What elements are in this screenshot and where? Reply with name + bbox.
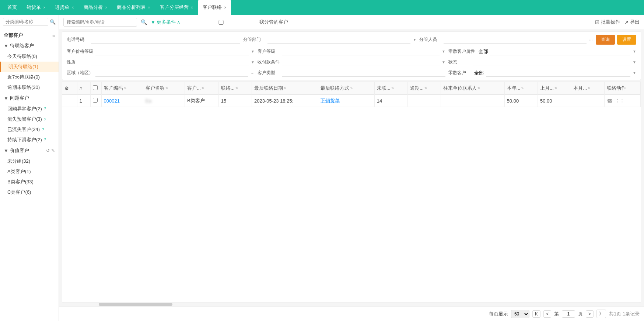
pending-group-header[interactable]: ▼ 待联络客户	[0, 40, 59, 51]
price-grade-dropdown-icon[interactable]: ▼	[251, 49, 255, 54]
main-search-input[interactable]	[63, 18, 137, 27]
retail-attr-dropdown-icon[interactable]: ▼	[633, 49, 636, 54]
retail-attr-input[interactable]	[490, 48, 630, 55]
problem-group-header[interactable]: ▼ 问题客户	[0, 93, 59, 104]
status-input[interactable]	[473, 58, 630, 66]
th-last-contact-method[interactable]: 最后联络方式 ⇅	[318, 82, 375, 95]
query-button[interactable]: 查询	[596, 35, 615, 45]
close-sales-tab[interactable]: ×	[43, 5, 45, 10]
nature-dropdown-icon[interactable]: ▼	[251, 60, 255, 64]
row-checkbox[interactable]	[93, 98, 98, 103]
sidebar-item-today[interactable]: 今天待联络(0)	[0, 51, 59, 62]
sidebar-item-repurchase[interactable]: 回购异常客户(2) ?	[0, 104, 59, 114]
close-customer-layer-tab[interactable]: ×	[191, 5, 193, 10]
sidebar-item-churn-warning[interactable]: 流失预警客户(3) ?	[0, 114, 59, 124]
page-input[interactable]	[562, 310, 575, 318]
type-input[interactable]	[282, 69, 445, 77]
batch-ops-btn[interactable]: ☑ 批量操作	[595, 19, 620, 25]
th-contact[interactable]: 联络... ⇅	[218, 82, 252, 95]
sort-name-icon[interactable]: ⇅	[165, 86, 168, 90]
sidebar-item-b-class[interactable]: B类客户(33)	[0, 177, 59, 187]
sidebar-search-icon[interactable]: 🔍	[50, 19, 56, 25]
main-search-icon[interactable]: 🔍	[141, 19, 147, 25]
payment-input[interactable]	[282, 58, 440, 66]
person-dots-icon[interactable]: ···	[589, 37, 593, 42]
nav-tab-sales[interactable]: 销货单 ×	[22, 0, 50, 15]
close-customer-contact-tab[interactable]: ×	[224, 5, 226, 10]
table-scrollbar[interactable]	[62, 303, 641, 306]
th-type[interactable]: 客户... ⇅	[185, 82, 219, 95]
nature-input[interactable]	[91, 58, 249, 66]
customer-grade-input[interactable]	[282, 48, 440, 55]
prev-page-btn[interactable]: <	[543, 310, 551, 318]
all-customers-title[interactable]: 全部客户 «	[0, 29, 59, 40]
edit-icon[interactable]: ✎	[51, 148, 55, 153]
dept-dropdown-icon[interactable]: ▼	[413, 38, 416, 42]
value-group-header[interactable]: ▼ 价值客户 ↺ ✎	[0, 145, 59, 156]
first-page-btn[interactable]: K	[532, 310, 540, 318]
sidebar-search-input[interactable]	[3, 18, 48, 26]
th-not-contacted[interactable]: 未联... ⇅	[374, 82, 407, 95]
nav-tab-customer-layer[interactable]: 客户分层经营 ×	[155, 0, 197, 15]
sort-not-contacted-icon[interactable]: ⇅	[391, 86, 394, 90]
region-input[interactable]	[95, 69, 248, 77]
close-analysis-list-tab[interactable]: ×	[148, 5, 150, 10]
sidebar-item-a-class[interactable]: A类客户(1)	[0, 166, 59, 177]
sidebar-item-7days[interactable]: 近7天待联络(0)	[0, 72, 59, 82]
nav-home[interactable]: 首页	[3, 0, 21, 15]
retail-dropdown-icon[interactable]: ▼	[633, 71, 636, 75]
status-dropdown-icon[interactable]: ▼	[633, 60, 636, 64]
payment-dropdown-icon[interactable]: ▼	[442, 60, 445, 64]
th-this-year[interactable]: 本年... ⇅	[504, 82, 538, 95]
last-page-btn[interactable]: 》	[596, 310, 606, 318]
phone-input[interactable]	[91, 36, 240, 44]
price-grade-input[interactable]	[95, 48, 249, 55]
sidebar-item-tomorrow[interactable]: 明天待联络(1)	[0, 62, 59, 72]
th-this-month[interactable]: 本月... ⇅	[571, 82, 604, 95]
th-name[interactable]: 客户名称 ⇅	[143, 82, 185, 95]
th-last-month[interactable]: 上月... ⇅	[538, 82, 571, 95]
th-code[interactable]: 客户编码 ⇅	[101, 82, 143, 95]
sidebar-item-c-class[interactable]: C类客户(6)	[0, 187, 59, 197]
nav-tab-customer-contact[interactable]: 客户联络 ×	[198, 0, 231, 15]
refresh-icon[interactable]: ↺	[46, 148, 50, 153]
sort-type-icon[interactable]: ⇅	[202, 86, 204, 90]
sort-contact-icon[interactable]: ⇅	[235, 86, 238, 90]
sort-this-month-icon[interactable]: ⇅	[588, 86, 591, 90]
sort-last-month-icon[interactable]: ⇅	[554, 86, 557, 90]
sidebar-item-lost[interactable]: 已流失客户(24) ?	[0, 124, 59, 135]
close-analysis-tab[interactable]: ×	[105, 5, 107, 10]
action-more-icon[interactable]: ⋮⋮	[615, 98, 624, 104]
th-last-contact-date[interactable]: 最后联络日期 ⇅	[252, 82, 318, 95]
scrollbar-thumb[interactable]	[99, 303, 172, 306]
per-page-select[interactable]: 50 100 200	[511, 310, 529, 318]
td-code[interactable]: 000021	[101, 95, 143, 107]
nav-tab-analysis[interactable]: 商品分析 ×	[79, 0, 112, 15]
more-filters-btn[interactable]: ▼ 更多条件 ∧	[151, 19, 181, 25]
sort-overdue-icon[interactable]: ⇅	[424, 86, 427, 90]
nav-tab-purchase[interactable]: 进货单 ×	[50, 0, 78, 15]
dept-input[interactable]	[267, 36, 411, 44]
collapse-icon[interactable]: «	[52, 33, 55, 38]
sort-method-icon[interactable]: ⇅	[350, 86, 353, 90]
sidebar-item-overdue[interactable]: 逾期未联络(30)	[0, 82, 59, 93]
action-phone-icon[interactable]: ☎	[607, 98, 613, 104]
customer-grade-dropdown-icon[interactable]: ▼	[442, 49, 445, 54]
th-company-contact[interactable]: 往来单位联系人 ⇅	[441, 82, 504, 95]
select-all-checkbox[interactable]	[93, 85, 98, 90]
next-page-btn[interactable]: >	[586, 310, 594, 318]
retail-input[interactable]	[486, 69, 630, 77]
region-dots-icon[interactable]: ···	[251, 70, 255, 76]
sort-date-icon[interactable]: ⇅	[284, 86, 287, 90]
th-overdue[interactable]: 逾期... ⇅	[408, 82, 441, 95]
sidebar-item-ungrouped[interactable]: 未分组(32)	[0, 156, 59, 166]
close-purchase-tab[interactable]: ×	[71, 5, 74, 10]
my-customers-checkbox[interactable]	[184, 20, 258, 25]
settings-button[interactable]: 设置	[617, 35, 636, 45]
export-btn[interactable]: ↗ 导出	[624, 19, 640, 25]
sort-this-year-icon[interactable]: ⇅	[521, 86, 524, 90]
th-checkbox[interactable]	[90, 82, 101, 95]
person-input[interactable]	[444, 36, 587, 44]
nav-tab-analysis-list[interactable]: 商品分析列表 ×	[112, 0, 154, 15]
sidebar-item-declining[interactable]: 持续下滑客户(2) ?	[0, 135, 59, 145]
